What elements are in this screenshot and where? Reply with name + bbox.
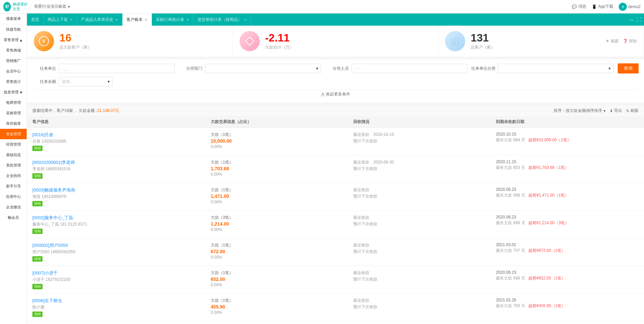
debt-info-5: 欠款（1笔） 652.00 0.00% [211,270,354,287]
tab-home[interactable]: 首页 [27,13,44,26]
filter-input-person[interactable]: ··· [352,64,468,73]
view-btn[interactable]: 👁 视图 [606,38,619,44]
payback-label-5: 最近收款 [353,270,369,275]
debt-amount-2[interactable]: 1,471.00 [211,194,354,199]
sidebar-item-enterprise[interactable]: 企业协同 [0,171,27,181]
stat-num-debt-total: -2.11 [265,32,293,43]
filter-input-unit[interactable]: ... [59,64,175,73]
table-row: [0002]服务中心_丁磊 服务中心_丁磊 181 0125 8371 现销 欠… [27,211,644,238]
header-customer: 客户信息 [32,119,211,125]
svg-marker-2 [246,37,254,45]
sidebar-item-wechat[interactable]: 企业微信 [0,202,27,212]
customer-name-4[interactable]: [000002]用户2050 [32,243,68,248]
payback-next-4: 预计下次收款 [353,249,496,255]
payback-date-1: 2020-06-30 [373,160,394,165]
filter-select-dept[interactable]: ▾ [205,64,321,73]
tab-customer-account[interactable]: 客户账本 ✕ [122,13,152,26]
sidebar-item-quick-nav[interactable]: 快捷导航 [0,24,27,35]
sidebar-search[interactable]: 搜索菜单 [0,13,27,24]
sidebar-item-system[interactable]: 系统管理 [0,160,27,171]
search-button[interactable]: 查询 [618,63,639,73]
debt-amount-6[interactable]: 455.90 [211,304,354,310]
sidebar-item-retail-mgmt[interactable]: 零售管理 ▲ [0,35,27,45]
export-label: 导出 [614,108,622,114]
overdue-amount-1[interactable]: 超期¥1,703.68（1笔） [528,165,569,170]
tab-product-history[interactable]: 产成品入库单历史 ✕ [77,13,122,26]
sidebar-item-batch-mgmt[interactable]: 批发管理 ▼ [0,87,27,97]
filter-select-balance[interactable]: 选择... ▾ [59,77,113,86]
overdue-amount-5[interactable]: 超期¥652.00（1笔） [528,276,565,281]
filter-area: 往来单位 ... 分管部门 ▾ [27,59,644,102]
overdue-amount-4[interactable]: 超期¥672.00（1笔） [528,248,565,253]
debt-amount-0[interactable]: 10,000.00 [211,138,354,144]
svg-rect-3 [452,39,454,45]
tab-close-product-history[interactable]: ✕ [115,18,118,22]
tab-close-purchase-stats[interactable]: ✕ [186,18,189,22]
customer-meta-3: 服务中心_丁磊 181 0125 8371 [32,222,211,227]
customer-meta-2: 海燕 18513066976 [32,194,211,200]
overdue-amount-6[interactable]: 超期¥455.90（1笔） [528,303,565,308]
overdue-amount-2[interactable]: 超期¥1,471.00（1笔） [528,193,569,198]
debt-amount-5[interactable]: 652.00 [211,276,354,282]
debt-amount-1[interactable]: 1,703.68 [211,166,354,171]
customer-name-3[interactable]: [0002]服务中心_丁磊 [32,215,73,220]
sidebar-item-vip[interactable]: 畅会员 [0,212,27,223]
overdue-date-4: 2021.03.01 [496,242,639,247]
sidebar-item-purchase[interactable]: 采购管理 [0,108,27,118]
tab-purchase-stats[interactable]: 采购订单统计表 ✕ [152,13,193,26]
sidebar-item-apps[interactable]: 应用中心 [0,192,27,202]
sidebar-item-newbie[interactable]: 新手引导 [0,181,27,192]
sidebar-item-retail-store[interactable]: 零售商城 [0,45,27,56]
filter-row-2: 往来余额 选择... ▾ [32,77,639,86]
help-btn[interactable]: ❓ 帮助 [623,38,637,44]
customer-name-6[interactable]: [0006]去下粮仓 [32,298,62,303]
sidebar-item-member[interactable]: 会员中心 [0,66,27,77]
sidebar-item-ecommerce[interactable]: 电商管理 [0,97,27,108]
tab-expand-btn[interactable]: ⛶ [637,17,641,22]
export-btn[interactable]: ⬇ 导出 [610,108,622,114]
filter-select-unit-class[interactable]: ▾ [498,64,614,73]
tab-product-history-label: 产成品入库单历史 [81,17,113,23]
logo-icon: 好 [3,2,11,11]
refresh-btn[interactable]: ↻ 刷新 [626,108,639,114]
stat-label-debt-customers: 总欠款客户（家） [59,45,92,50]
filter-label-unit-class: 往来单位分类 [471,66,495,71]
sidebar-item-basic-info[interactable]: 基础信息 [0,150,27,160]
sidebar-item-finance[interactable]: 资金管理 [0,129,27,139]
tab-close-product-shelf[interactable]: ✕ [70,18,73,22]
sidebar-item-retail-stats[interactable]: 零售统计 [0,77,27,87]
customer-name-0[interactable]: [0016]吕俊 [32,132,53,137]
customer-info-5: [0007]小进千 小进千 18279152100 现销 [32,270,211,289]
customer-name-1[interactable]: [00010200001]李老师 [32,160,75,165]
debt-amount-4[interactable]: 672.00 [211,249,354,254]
tab-product-shelf[interactable]: 商品上下架 ✕ [44,13,77,26]
sidebar-item-operation[interactable]: 经营管理 [0,139,27,150]
tab-close-instock-stats[interactable]: ✕ [244,18,247,22]
tab-close-customer-account[interactable]: ✕ [145,18,147,22]
sidebar-item-marketing[interactable]: 营销推广 [0,56,27,66]
sidebar-item-inventory[interactable]: 库存核算 [0,118,27,129]
tab-minimize-btn[interactable]: — [629,17,634,22]
sort-select[interactable]: 排序：按欠款金额倒序排序 ▾ [554,108,606,114]
tab-instock-stats[interactable]: 进货单统计表（按商品） ✕ [193,13,251,26]
content-area: ¥ 16 总欠款客户（家） -2.11 欠款合计（万） [27,26,644,324]
user-avatar[interactable]: d demo2 [619,3,641,11]
store-selector[interactable]: 母婴行业演示账套 ▾ [30,4,73,9]
table-header: 客户信息 欠款交易信息（占比） 回收情况 到期未收款日期 [27,116,644,128]
customer-name-5[interactable]: [0007]小进千 [32,270,58,275]
collapse-btn[interactable]: ⋀ 收起更多条件 [32,90,639,98]
overdue-amount-0[interactable]: 超期¥10,000.00（1笔） [528,138,571,142]
filter-group-balance: 往来余额 选择... ▾ [32,77,639,86]
customer-name-2[interactable]: [0003]畅捷服务尹海燕 [32,187,75,193]
payback-info-5: 最近收款 预计下次收款 [353,270,496,282]
results-actions: 排序：按欠款金额倒序排序 ▾ ⬇ 导出 ↻ 刷新 [554,108,639,114]
app-download-icon: 📱 [592,4,597,9]
payback-info-6: 最近收款 预计下次收款 [353,298,496,310]
debt-amount-3[interactable]: 1,214.00 [211,221,354,227]
filter-label-balance: 往来余额 [32,79,56,85]
overdue-amount-3[interactable]: 超期¥1,214.00（3笔） [528,220,569,225]
message-btn[interactable]: 💬 消息 [572,4,586,9]
app-download-btn[interactable]: 📱 App下载 [592,4,613,9]
debt-info-3: 欠款（3笔） 1,214.00 0.00% [211,215,354,232]
debt-count-0: 欠款（1笔） [211,132,354,138]
